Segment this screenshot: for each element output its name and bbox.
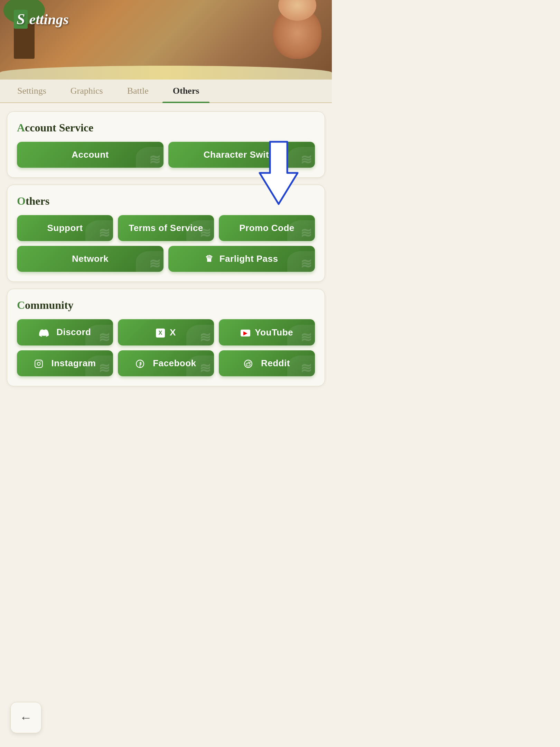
character-switch-button[interactable]: Character Switch ≋ [168, 142, 315, 168]
svg-point-7 [247, 364, 248, 365]
tab-others[interactable]: Others [162, 80, 210, 102]
community-row1-buttons: Discord ≋ X X ≋ ▶ YouTube ≋ [17, 319, 315, 345]
others-row2-buttons: Network ≋ ♛ Farlight Pass ≋ [17, 246, 315, 272]
svg-rect-1 [35, 360, 43, 368]
instagram-button[interactable]: Instagram ≋ [17, 350, 113, 376]
tab-bar: Settings Graphics Battle Others [0, 80, 332, 103]
title-s-letter: S [14, 10, 28, 29]
farlight-pass-button[interactable]: ♛ Farlight Pass ≋ [168, 246, 315, 272]
reddit-button[interactable]: Reddit ≋ [219, 350, 315, 376]
hamster-head [278, 0, 316, 21]
svg-point-5 [244, 360, 252, 368]
account-service-buttons: Account ≋ Character Switch ≋ [17, 142, 315, 168]
main-content: Account Service Account ≋ Character Swit… [0, 103, 332, 395]
hamster-character [270, 7, 325, 69]
discord-icon [39, 328, 53, 337]
x-icon: X [156, 329, 165, 338]
support-button[interactable]: Support ≋ [17, 215, 113, 241]
network-button[interactable]: Network ≋ [17, 246, 164, 272]
terms-of-service-button[interactable]: Terms of Service ≋ [118, 215, 214, 241]
account-button[interactable]: Account ≋ [17, 142, 164, 168]
community-title-accent: C [17, 299, 25, 311]
reddit-icon [244, 358, 258, 368]
others-row1-buttons: Support ≋ Terms of Service ≋ Promo Code … [17, 215, 315, 241]
title-rest: ettings [29, 11, 68, 28]
community-title: Community [17, 299, 315, 312]
facebook-button[interactable]: Facebook ≋ [118, 350, 214, 376]
svg-point-6 [246, 363, 251, 366]
promo-code-button[interactable]: Promo Code ≋ [219, 215, 315, 241]
community-section: Community Discord ≋ X X ≋ ▶ YouTube [7, 289, 325, 386]
facebook-icon [136, 358, 149, 368]
svg-point-2 [37, 362, 40, 366]
x-button[interactable]: X X ≋ [118, 319, 214, 345]
youtube-button[interactable]: ▶ YouTube ≋ [219, 319, 315, 345]
youtube-icon: ▶ [241, 330, 250, 336]
others-section: Others Support ≋ Terms of Service ≋ Prom… [7, 185, 325, 282]
tab-battle[interactable]: Battle [117, 80, 159, 102]
svg-point-3 [40, 361, 41, 362]
others-title-accent: O [17, 195, 26, 207]
page-title: Settings [14, 10, 69, 29]
others-title: Others [17, 195, 315, 208]
tab-graphics[interactable]: Graphics [60, 80, 113, 102]
hamster-body [273, 7, 321, 59]
svg-point-8 [249, 364, 250, 365]
header-banner: Settings [0, 0, 332, 80]
community-row2-buttons: Instagram ≋ Facebook ≋ [17, 350, 315, 376]
title-accent-letter: A [17, 121, 25, 134]
discord-button[interactable]: Discord ≋ [17, 319, 113, 345]
tab-settings[interactable]: Settings [7, 80, 57, 102]
instagram-icon [34, 358, 48, 368]
account-service-title: Account Service [17, 121, 315, 134]
svg-point-9 [250, 362, 251, 363]
account-service-section: Account Service Account ≋ Character Swit… [7, 111, 325, 178]
